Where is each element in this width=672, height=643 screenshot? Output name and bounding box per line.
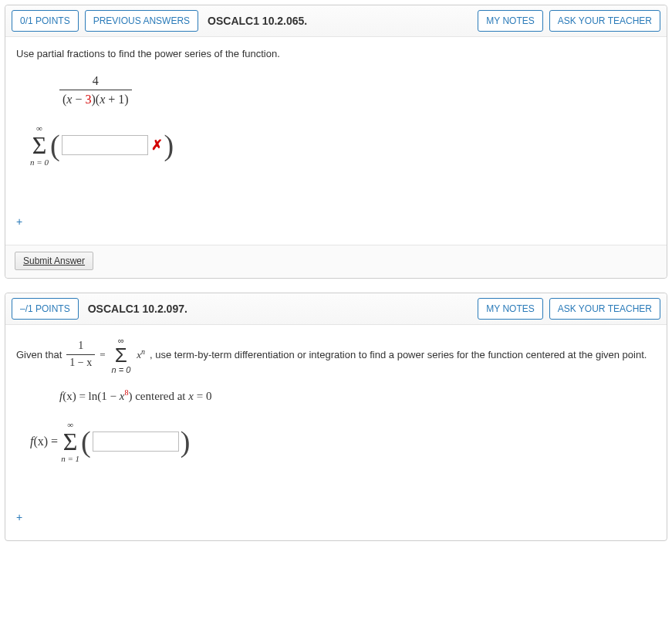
given-statement: Given that 1 1 − x = ∞ Σ n = 0 xn , use … — [16, 336, 656, 374]
answer-input-2[interactable] — [93, 431, 179, 452]
given-frac-den: 1 − x — [66, 357, 95, 370]
close-paren-icon: ) — [164, 132, 174, 158]
summation-symbol: ∞ Σ n = 0 — [112, 336, 131, 374]
answer-row: ∞ Σ n = 0 ( ✗ ) — [30, 124, 656, 167]
previous-answers-button[interactable]: PREVIOUS ANSWERS — [85, 10, 198, 32]
open-paren-icon: ( — [81, 428, 91, 455]
points-badge[interactable]: –/1 POINTS — [12, 298, 79, 320]
sigma-icon: Σ — [115, 345, 127, 365]
given-suffix: , use term-by-term differentiation or in… — [150, 349, 647, 360]
expand-toggle[interactable]: + — [16, 511, 22, 523]
sum-lower-limit: n = 0 — [30, 157, 49, 167]
fraction-numerator: 4 — [89, 73, 102, 88]
submit-bar: Submit Answer — [5, 245, 667, 278]
incorrect-icon: ✗ — [151, 137, 163, 154]
given-frac-num: 1 — [75, 340, 86, 353]
fx-equals: f(x) = — [30, 435, 58, 448]
points-badge[interactable]: 0/1 POINTS — [12, 10, 79, 32]
panel-body: Use partial fractions to find the power … — [5, 37, 667, 245]
panel-header: –/1 POINTS OSCALC1 10.2.097. MY NOTES AS… — [5, 293, 667, 325]
sigma-icon: Σ — [32, 133, 47, 157]
close-paren-icon: ) — [181, 428, 191, 455]
summation-symbol: ∞ Σ n = 0 — [30, 124, 49, 167]
expand-toggle[interactable]: + — [16, 215, 22, 228]
answer-row: f(x) = ∞ Σ n = 1 ( ) — [30, 420, 656, 463]
ask-teacher-button[interactable]: ASK YOUR TEACHER — [549, 10, 660, 32]
equals-sign: = — [100, 349, 105, 361]
sum-lower-limit: n = 0 — [112, 365, 131, 374]
function-definition: f(x) = ln(1 − x8) centered at x = 0 — [59, 390, 656, 403]
my-notes-button[interactable]: MY NOTES — [478, 298, 542, 320]
submit-answer-button[interactable]: Submit Answer — [15, 252, 93, 270]
instruction-text: Use partial fractions to find the power … — [16, 48, 656, 59]
answer-input-1[interactable] — [62, 135, 148, 155]
question-reference: OSCALC1 10.2.065. — [208, 15, 307, 27]
fraction-denominator: (x − 3)(x + 1) — [59, 92, 132, 107]
ask-teacher-button[interactable]: ASK YOUR TEACHER — [549, 298, 660, 320]
question-panel-1: 0/1 POINTS PREVIOUS ANSWERS OSCALC1 10.2… — [5, 5, 667, 279]
question-panel-2: –/1 POINTS OSCALC1 10.2.097. MY NOTES AS… — [5, 293, 667, 541]
sigma-icon: Σ — [63, 429, 78, 454]
summation-symbol: ∞ Σ n = 1 — [61, 420, 79, 463]
my-notes-button[interactable]: MY NOTES — [478, 10, 542, 32]
sum-lower-limit: n = 1 — [61, 454, 79, 463]
panel-header: 0/1 POINTS PREVIOUS ANSWERS OSCALC1 10.2… — [5, 5, 667, 37]
given-prefix: Given that — [16, 349, 62, 360]
expression-fraction: 4 (x − 3)(x + 1) — [59, 73, 656, 107]
question-reference: OSCALC1 10.2.097. — [88, 303, 187, 315]
panel-body: Given that 1 1 − x = ∞ Σ n = 0 xn , use … — [5, 325, 667, 540]
open-paren-icon: ( — [50, 132, 60, 158]
x-power-n: xn — [137, 349, 145, 361]
